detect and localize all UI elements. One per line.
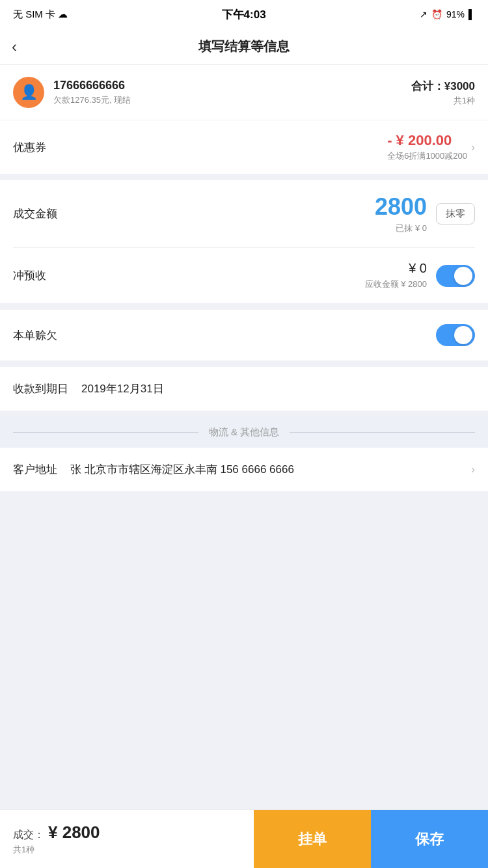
- deal-amount: 2800: [375, 193, 427, 220]
- coupon-discount: - ¥ 200.00: [387, 132, 467, 149]
- address-section: 客户地址 张 北京市市辖区海淀区永丰南 156 6666 6666 ›: [0, 448, 488, 491]
- duedate-value: 2019年12月31日: [81, 381, 164, 396]
- content: 👤 17666666666 欠款1276.35元, 现结 合计：¥3000 共1…: [0, 65, 488, 602]
- debt-label: 本单赊欠: [13, 328, 57, 343]
- debt-section: 本单赊欠: [0, 310, 488, 360]
- status-left: 无 SIM 卡 ☁: [13, 8, 68, 21]
- status-bar: 无 SIM 卡 ☁ 下午4:03 ↗ ⏰ 91% ▌: [0, 0, 488, 29]
- total-count: 共1种: [411, 95, 475, 107]
- duedate-section: 收款到期日 2019年12月31日: [0, 367, 488, 411]
- chevron-right-icon: ›: [471, 141, 475, 154]
- amount-section: 成交金额 2800 已抹 ¥ 0 抹零 冲预收 ¥ 0 应收金额 ¥ 2800: [0, 180, 488, 303]
- address-label: 客户地址: [13, 462, 57, 477]
- bottom-info: 成交： ¥ 2800 共1种: [0, 822, 254, 856]
- prepay-toggle[interactable]: [436, 265, 475, 287]
- user-details: 17666666666 欠款1276.35元, 现结: [53, 79, 131, 106]
- deal-amount-col: 2800 已抹 ¥ 0: [375, 193, 427, 234]
- user-right: 合计：¥3000 共1种: [411, 79, 475, 107]
- hang-button[interactable]: 挂单: [254, 810, 371, 869]
- prepay-amount-col: ¥ 0 应收金额 ¥ 2800: [365, 261, 427, 290]
- avatar-icon: 👤: [20, 84, 38, 101]
- bottom-deal-label: 成交：: [13, 828, 44, 842]
- coupon-label: 优惠券: [13, 140, 46, 155]
- user-info-row: 👤 17666666666 欠款1276.35元, 现结 合计：¥3000 共1…: [0, 65, 488, 120]
- prepay-amount: ¥ 0: [409, 261, 427, 276]
- user-info-card: 👤 17666666666 欠款1276.35元, 现结 合计：¥3000 共1…: [0, 65, 488, 174]
- user-phone: 17666666666: [53, 79, 131, 92]
- bottom-deal-value: ¥ 2800: [48, 822, 100, 843]
- bottom-deal: 成交： ¥ 2800: [13, 822, 241, 843]
- coupon-right: - ¥ 200.00 全场6折满1000减200 ›: [387, 132, 475, 162]
- sim-label: 无 SIM 卡 ☁: [13, 8, 68, 21]
- page-title: 填写结算等信息: [198, 38, 290, 55]
- logistics-divider: 物流 & 其他信息: [0, 417, 488, 448]
- round-button[interactable]: 抹零: [436, 203, 475, 224]
- gray-spacer: [0, 498, 488, 537]
- status-right: ↗ ⏰ 91% ▌: [420, 9, 475, 20]
- prepay-label: 冲预收: [13, 268, 46, 283]
- prepay-sub: 应收金额 ¥ 2800: [365, 278, 427, 290]
- prepay-right: ¥ 0 应收金额 ¥ 2800: [365, 261, 475, 290]
- battery-label: 91%: [446, 9, 465, 20]
- deal-amount-row: 成交金额 2800 已抹 ¥ 0 抹零: [13, 180, 475, 248]
- debt-toggle[interactable]: [436, 324, 475, 346]
- user-sub: 欠款1276.35元, 现结: [53, 94, 131, 106]
- divider-line-left: [13, 432, 198, 433]
- address-value: 张 北京市市辖区海淀区永丰南 156 6666 6666: [70, 462, 471, 477]
- divider-text: 物流 & 其他信息: [209, 426, 279, 439]
- user-left: 👤 17666666666 欠款1276.35元, 现结: [13, 77, 131, 108]
- duedate-row: 收款到期日 2019年12月31日: [13, 367, 475, 411]
- address-row[interactable]: 客户地址 张 北京市市辖区海淀区永丰南 156 6666 6666 ›: [13, 448, 475, 491]
- coupon-info: - ¥ 200.00 全场6折满1000减200: [387, 132, 467, 162]
- deal-sub: 已抹 ¥ 0: [375, 223, 427, 234]
- coupon-desc: 全场6折满1000减200: [387, 150, 467, 162]
- alarm-icon: ⏰: [431, 9, 442, 20]
- total-value: 合计：¥3000: [411, 79, 475, 94]
- bottom-count: 共1种: [13, 844, 241, 856]
- battery-icon: ▌: [468, 9, 475, 20]
- nav-bar: ‹ 填写结算等信息: [0, 29, 488, 65]
- prepay-row: 冲预收 ¥ 0 应收金额 ¥ 2800: [13, 248, 475, 303]
- bottom-bar: 成交： ¥ 2800 共1种 挂单 保存: [0, 809, 488, 868]
- save-button[interactable]: 保存: [371, 810, 488, 869]
- deal-label: 成交金额: [13, 206, 57, 221]
- address-chevron-icon: ›: [471, 463, 475, 476]
- location-icon: ↗: [420, 9, 427, 20]
- back-button[interactable]: ‹: [12, 38, 17, 56]
- divider-line-right: [290, 432, 475, 433]
- coupon-row[interactable]: 优惠券 - ¥ 200.00 全场6折满1000减200 ›: [0, 120, 488, 174]
- status-time: 下午4:03: [222, 7, 266, 22]
- avatar: 👤: [13, 77, 44, 108]
- duedate-label: 收款到期日: [13, 381, 68, 396]
- debt-row: 本单赊欠: [13, 310, 475, 360]
- deal-right: 2800 已抹 ¥ 0 抹零: [375, 193, 475, 234]
